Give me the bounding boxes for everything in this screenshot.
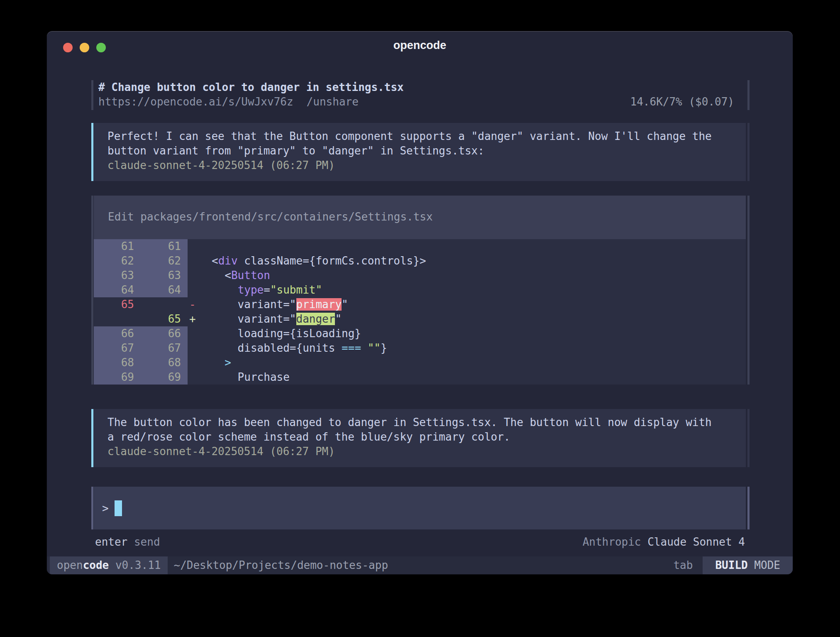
old-line-number: 67 [94,341,141,355]
footer-hints: enter send Anthropic Claude Sonnet 4 [95,535,745,549]
model-provider: Anthropic [583,536,641,548]
window-title: opencode [47,31,793,59]
message-right-rule [747,409,750,467]
message-line: a red/rose color scheme instead of the b… [107,430,746,444]
new-line-number: 63 [141,268,188,283]
code-line: variant="primary" [200,297,746,312]
message-line: The button color has been changed to dan… [107,415,746,430]
model-meta: claude-sonnet-4-20250514 (06:27 PM) [107,158,746,173]
titlebar: opencode [47,31,793,60]
diff-row: 6868 > [94,355,746,370]
new-line-number: 64 [141,283,188,297]
new-line-number: 65 [141,312,188,326]
message-right-rule [747,123,750,181]
diff-rows: 61616262<div className={formCs.controls}… [94,239,746,385]
status-bar: opencode v0.3.11 ~/Desktop/Projects/demo… [47,556,793,574]
code-line [200,239,746,254]
app-name-open: open [57,559,83,571]
diff-marker: + [188,312,200,326]
session-header-right-rule [747,80,750,110]
session-header-left-rule [91,80,93,110]
diff-row: 6666 loading={isLoading} [94,326,746,341]
new-line-number: 66 [141,326,188,341]
session-title: # Change button color to danger in setti… [98,80,734,95]
code-line: <Button [200,268,746,283]
diff-marker [188,254,200,268]
model-name: Claude Sonnet 4 [647,536,745,548]
new-line-number: 69 [141,370,188,385]
tab-key-hint: tab [673,556,693,574]
code-line: type="submit" [200,283,746,297]
enter-key-hint: enter [95,536,127,548]
diff-marker [188,370,200,385]
app-version-chip: opencode v0.3.11 [50,556,168,574]
diff-row: 6363 <Button [94,268,746,283]
code-line: disabled={units === ""} [200,341,746,355]
old-line-number: 61 [94,239,141,254]
diff-row: 65+ variant="danger" [94,312,746,326]
message-text: The button color has been changed to dan… [107,415,746,444]
old-line-number: 68 [94,355,141,370]
app-version: v0.3.11 [109,559,161,571]
file-path: packages/frontend/src/containers/Setting… [140,211,432,223]
app-name-code: code [83,559,109,571]
new-line-number: 62 [141,254,188,268]
send-action-label: send [134,536,160,548]
edit-tool-panel: Edit packages/frontend/src/containers/Se… [91,196,750,385]
old-line-number: 66 [94,326,141,341]
old-line-number: 62 [94,254,141,268]
diff-row: 6767 disabled={units === ""} [94,341,746,355]
old-line-number: 65 [94,297,141,312]
mode-toggle[interactable]: BUILD MODE [703,556,793,574]
unshare-command[interactable]: /unshare [307,96,359,108]
working-directory: ~/Desktop/Projects/demo-notes-app [173,556,388,574]
panel-right-rule [747,196,750,385]
panel-left-rule [91,196,93,385]
diff-marker [188,283,200,297]
mode-name: BUILD [715,559,747,571]
diff-row: 6969 Purchase [94,370,746,385]
diff-row: 6161 [94,239,746,254]
diff-marker [188,268,200,283]
prompt-symbol: > [102,502,109,514]
assistant-message: The button color has been changed to dan… [91,409,750,467]
tool-label: Edit [108,211,134,223]
diff-marker: - [188,297,200,312]
message-text: Perfect! I can see that the Button compo… [107,129,746,158]
send-action-hint [127,536,134,548]
message-line: button variant from "primary" to "danger… [107,144,746,158]
prompt-input[interactable]: > [91,487,750,529]
desktop: { "window": { "title": "opencode" }, "he… [0,0,840,637]
model-meta: claude-sonnet-4-20250514 (06:27 PM) [107,444,746,459]
diff-marker [188,341,200,355]
diff-row: 6464 type="submit" [94,283,746,297]
code-line: variant="danger" [200,312,746,326]
new-line-number [141,297,188,312]
context-stats: 14.6K/7% ($0.07) [630,95,734,109]
session-header: # Change button color to danger in setti… [91,80,750,110]
input-right-rule [747,487,750,529]
share-url[interactable]: https://opencode.ai/s/UwJxv76z [98,96,293,108]
diff-marker [188,239,200,254]
message-line: Perfect! I can see that the Button compo… [107,129,746,144]
mode-suffix: MODE [748,559,780,571]
old-line-number: 69 [94,370,141,385]
code-line: Purchase [200,370,746,385]
diff-row: 65- variant="primary" [94,297,746,312]
new-line-number: 67 [141,341,188,355]
input-left-rule [91,487,93,529]
code-line: loading={isLoading} [200,326,746,341]
text-cursor [115,500,122,516]
diff-marker [188,326,200,341]
assistant-message: Perfect! I can see that the Button compo… [91,123,750,181]
code-line: <div className={formCs.controls}> [200,254,746,268]
opencode-window: opencode # Change button color to danger… [47,31,793,574]
new-line-number: 61 [141,239,188,254]
diff-marker [188,355,200,370]
code-line: > [200,355,746,370]
diff-row: 6262<div className={formCs.controls}> [94,254,746,268]
new-line-number: 68 [141,355,188,370]
old-line-number [94,312,141,326]
edit-file-header: Edit packages/frontend/src/containers/Se… [94,196,746,239]
old-line-number: 64 [94,283,141,297]
